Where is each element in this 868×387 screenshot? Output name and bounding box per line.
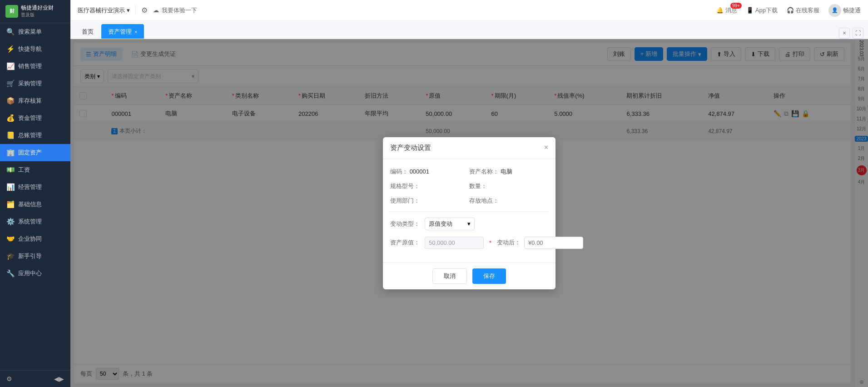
salary-icon: 💵 — [6, 166, 15, 174]
tab-home[interactable]: 首页 — [75, 24, 100, 39]
asset-value-label: 资产原值： — [390, 238, 421, 247]
search-icon: 🔍 — [6, 28, 15, 36]
sidebar-header: 财 畅捷通好业财 普及版 — [0, 0, 70, 23]
sidebar-item-operations[interactable]: 📊 经营管理 — [0, 179, 70, 196]
user-menu[interactable]: 👤 畅捷通 — [828, 4, 861, 17]
dialog-header: 资产变动设置 × — [383, 137, 556, 159]
tab-asset-management[interactable]: 资产管理 × — [101, 24, 144, 39]
app-download-btn[interactable]: 📱 App下载 — [746, 6, 778, 15]
logo-text: 畅捷通好业财 普及版 — [21, 5, 54, 18]
topbar-divider — [135, 6, 136, 15]
gear-icon[interactable]: ⚙ — [141, 6, 148, 15]
bell-icon: 🔔 — [716, 7, 724, 14]
dialog-body: 编码： 000001 资产名称： 电脑 规格型号： — [383, 159, 556, 263]
after-change-input[interactable] — [524, 237, 583, 249]
sidebar-footer: ⚙ ◀▶ — [0, 370, 70, 387]
notifications-btn[interactable]: 🔔 消息 99+ — [716, 6, 737, 15]
collab-icon: 🤝 — [6, 235, 15, 243]
sidebar-item-finance[interactable]: 💰 资金管理 — [0, 109, 70, 127]
topbar: 医疗器械行业演示 ▾ ⚙ ☁ 我要体验一下 🔔 消息 99+ 📱 App下载 — [70, 0, 868, 21]
topbar-right: 🔔 消息 99+ 📱 App下载 🎧 在线客服 👤 畅捷通 — [716, 4, 861, 17]
avatar: 👤 — [828, 4, 841, 17]
sidebar: 财 畅捷通好业财 普及版 🔍 搜索菜单 ⚡ 快捷导航 📈 销售管理 🛒 — [0, 0, 70, 387]
asset-value-input — [425, 237, 484, 249]
company-selector[interactable]: 医疗器械行业演示 ▾ — [78, 6, 130, 15]
quicknav-icon: ⚡ — [6, 45, 15, 53]
sidebar-item-app-center[interactable]: 🔧 应用中心 — [0, 265, 70, 282]
sidebar-item-quicknav[interactable]: ⚡ 快捷导航 — [0, 40, 70, 58]
sidebar-item-salary[interactable]: 💵 工资 — [0, 161, 70, 179]
asset-change-dialog: 资产变动设置 × 编码： 000001 资产名称： 电脑 — [383, 137, 556, 289]
change-type-label: 变动类型： — [390, 220, 421, 228]
close-window-btn[interactable]: × — [839, 28, 850, 39]
cancel-btn[interactable]: 取消 — [432, 268, 467, 284]
dialog-spec: 规格型号： — [390, 181, 469, 192]
asset-value-row: 资产原值： * 变动后： — [390, 237, 548, 249]
main-area: 医疗器械行业演示 ▾ ⚙ ☁ 我要体验一下 🔔 消息 99+ 📱 App下载 — [70, 0, 868, 387]
purchase-icon: 🛒 — [6, 79, 15, 88]
finance-icon: 💰 — [6, 114, 15, 122]
sidebar-item-basic-info[interactable]: 🗂️ 基础信息 — [0, 196, 70, 213]
dialog-info-grid: 编码： 000001 资产名称： 电脑 规格型号： — [390, 166, 548, 206]
sidebar-item-collab[interactable]: 🤝 企业协同 — [0, 230, 70, 248]
system-icon: ⚙️ — [6, 218, 15, 226]
mobile-icon: 📱 — [746, 7, 754, 14]
save-btn[interactable]: 保存 — [472, 268, 506, 284]
sidebar-item-system[interactable]: ⚙️ 系统管理 — [0, 213, 70, 230]
sidebar-item-ledger[interactable]: 📒 总账管理 — [0, 127, 70, 144]
ledger-icon: 📒 — [6, 131, 15, 139]
dialog-dept: 使用部门： — [390, 195, 469, 206]
app-logo: 财 畅捷通好业财 普及版 — [5, 5, 65, 18]
dialog-title: 资产变动设置 — [390, 144, 431, 152]
content-area: ☰ 资产明细 📄 变更生成凭证 刘账 + 新增 — [70, 39, 868, 387]
headset-icon: 🎧 — [787, 7, 794, 14]
fixed-assets-icon: 🏢 — [6, 149, 15, 157]
dialog-code: 编码： 000001 — [390, 166, 469, 177]
chevron-down-icon: ▾ — [127, 7, 130, 14]
tabbar: 首页 资产管理 × × ⛶ — [70, 21, 868, 39]
inventory-icon: 📦 — [6, 97, 15, 105]
dialog-overlay: 资产变动设置 × 编码： 000001 资产名称： 电脑 — [70, 39, 868, 387]
change-type-row: 变动类型： 原值变动 ▾ — [390, 218, 548, 230]
app-center-icon: 🔧 — [6, 269, 15, 278]
tab-close-icon[interactable]: × — [134, 29, 137, 35]
dialog-quantity: 数量： — [469, 181, 548, 192]
dialog-asset-name: 资产名称： 电脑 — [469, 166, 548, 177]
sidebar-item-fixed-assets[interactable]: 🏢 固定资产 — [0, 144, 70, 161]
required-star: * — [489, 239, 491, 246]
sidebar-item-guide[interactable]: 🎓 新手引导 — [0, 248, 70, 265]
operations-icon: 📊 — [6, 183, 15, 191]
change-type-select[interactable]: 原值变动 ▾ — [425, 218, 475, 230]
sidebar-item-inventory[interactable]: 📦 库存核算 — [0, 92, 70, 109]
sidebar-item-search[interactable]: 🔍 搜索菜单 — [0, 23, 70, 40]
settings-icon[interactable]: ⚙ — [6, 375, 12, 382]
sidebar-item-sales[interactable]: 📈 销售管理 — [0, 58, 70, 75]
chevron-down-icon: ▾ — [467, 220, 471, 227]
dialog-location: 存放地点： — [469, 195, 548, 206]
sidebar-item-purchase[interactable]: 🛒 采购管理 — [0, 75, 70, 92]
window-controls: × ⛶ — [839, 28, 863, 39]
cloud-icon: ☁ — [153, 7, 159, 14]
sales-icon: 📈 — [6, 62, 15, 70]
basic-info-icon: 🗂️ — [6, 200, 15, 208]
logo-icon: 财 — [5, 5, 18, 18]
collapse-icon[interactable]: ◀▶ — [54, 375, 64, 382]
guide-icon: 🎓 — [6, 252, 15, 260]
dialog-divider — [390, 212, 548, 212]
dialog-close-btn[interactable]: × — [544, 144, 548, 152]
experience-btn[interactable]: ☁ 我要体验一下 — [153, 6, 197, 15]
sidebar-nav: 🔍 搜索菜单 ⚡ 快捷导航 📈 销售管理 🛒 采购管理 📦 库存核算 💰 — [0, 23, 70, 370]
online-service-btn[interactable]: 🎧 在线客服 — [787, 6, 819, 15]
dialog-footer: 取消 保存 — [383, 263, 556, 289]
maximize-window-btn[interactable]: ⛶ — [853, 28, 863, 39]
after-change-label: 变动后： — [497, 238, 521, 247]
